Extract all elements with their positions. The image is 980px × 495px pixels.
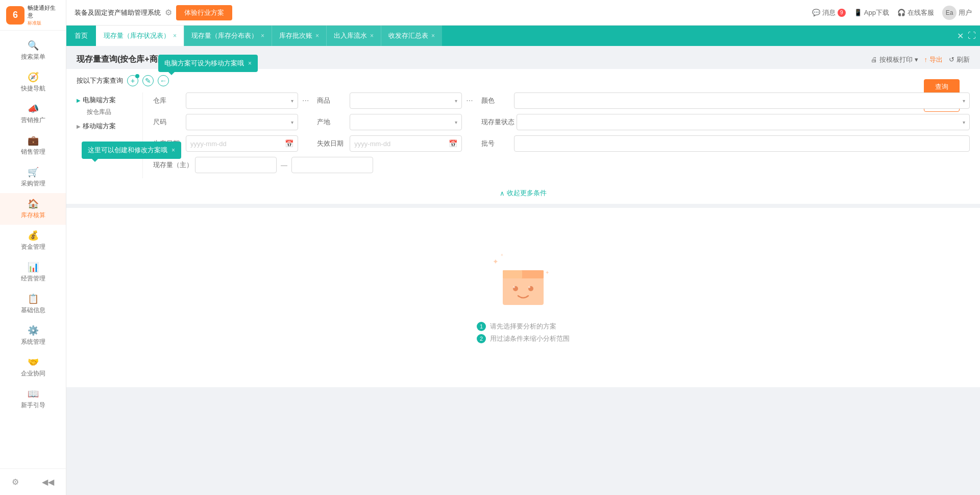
logo-icon: 6: [6, 6, 24, 25]
product-dots[interactable]: ···: [466, 96, 473, 105]
origin-select[interactable]: ▾: [350, 114, 462, 130]
system-settings-icon[interactable]: ⚙: [165, 8, 172, 17]
template-print-btn[interactable]: 🖨 按模板打印 ▾: [871, 55, 918, 64]
collapse-icon: ∧: [500, 190, 505, 197]
app-download-btn[interactable]: 📱 App下载: [854, 8, 889, 17]
tab-receive-summary[interactable]: 收发存汇总表 ×: [381, 26, 442, 46]
expire-date-input[interactable]: yyyy-mm-dd 📅: [350, 135, 462, 152]
sidebar-item-quick-nav[interactable]: 🧭 快捷导航: [0, 66, 66, 98]
megaphone-icon: 📣: [28, 103, 39, 114]
close-tab-inventory-dist[interactable]: ×: [261, 32, 264, 39]
plan-list: ▶ 电脑端方案 按仓库品 ▶ 移动端方案: [77, 92, 143, 178]
close-tab-inventory-status[interactable]: ×: [173, 32, 177, 39]
system-name: 装备及固定资产辅助管理系统: [75, 8, 161, 17]
search-icon: 🔍: [28, 40, 39, 51]
close-tooltip2-btn[interactable]: ×: [172, 147, 175, 154]
svg-text:✦: ✦: [545, 270, 549, 275]
chevron-down-icon: ▾: [963, 98, 965, 104]
print-icon: 🖨: [871, 56, 877, 63]
chevron-down-icon: ▾: [455, 98, 457, 104]
stock-status-select[interactable]: ▾: [517, 114, 970, 130]
stock-to-input[interactable]: [291, 157, 373, 173]
basic-icon: 📋: [28, 293, 39, 304]
empty-tip-1: 1 请先选择要分析的方案: [477, 322, 570, 331]
tooltip-pc-plan: 电脑方案可设为移动方案哦 ×: [158, 55, 258, 72]
edit-plan-btn[interactable]: ✎: [142, 75, 154, 86]
svg-text:✦: ✦: [500, 253, 504, 257]
collapse-bar[interactable]: ∧ 收起更多条件: [66, 184, 980, 202]
sidebar-item-inventory[interactable]: 🏠 库存核算: [0, 193, 66, 225]
sidebar-item-finance[interactable]: 💰 资金管理: [0, 225, 66, 256]
refresh-icon: ↺: [949, 56, 954, 63]
close-tab-receive-summary[interactable]: ×: [431, 32, 435, 39]
sidebar-item-enterprise[interactable]: 🤝 企业协同: [0, 351, 66, 383]
tab-inventory-dist[interactable]: 现存量（库存分布表） ×: [184, 26, 272, 46]
filter-row-3: 生产日期 yyyy-mm-dd 📅 ··· 失效日期 yyyy-mm-dd 📅 …: [153, 135, 970, 152]
warehouse-select[interactable]: ▾: [186, 92, 298, 109]
sidebar-item-search[interactable]: 🔍 搜索菜单: [0, 35, 66, 66]
purchase-icon: 🛒: [28, 167, 39, 178]
filter-area: 按以下方案查询 + ✎ ← 电脑方案可设为移动方案哦 ×: [66, 69, 980, 178]
stock-from-input[interactable]: [195, 157, 277, 173]
filter-header: 按以下方案查询 + ✎ ← 电脑方案可设为移动方案哦 ×: [77, 75, 970, 86]
filter-fields: 仓库 ▾ ··· 商品 ▾ ··· 颜色: [143, 92, 970, 178]
filter-label: 按以下方案查询: [77, 76, 123, 85]
sidebar-item-guide[interactable]: 📖 新手引导: [0, 383, 66, 415]
close-tab-batch-account[interactable]: ×: [315, 32, 319, 39]
svg-point-6: [513, 286, 515, 288]
online-service-btn[interactable]: 🎧 在线客服: [897, 8, 934, 17]
collapse-sidebar-btn[interactable]: ◀◀: [38, 475, 58, 489]
back-btn[interactable]: ←: [158, 75, 169, 86]
range-separator: —: [281, 161, 287, 169]
export-btn[interactable]: ↑ 导出: [924, 55, 943, 64]
topbar-right: 💬 消息 9 📱 App下载 🎧 在线客服 Ea 用户: [812, 6, 972, 20]
compass-icon: 🧭: [28, 72, 39, 83]
close-tooltip1-btn[interactable]: ×: [248, 60, 252, 67]
settings-footer-btn[interactable]: ⚙: [8, 475, 23, 489]
svg-rect-2: [503, 270, 522, 278]
user-btn[interactable]: Ea 用户: [942, 6, 972, 20]
expand-arrow-icon: ▶: [77, 98, 81, 103]
headset-icon: 🎧: [897, 9, 905, 16]
collapse-arrow-icon: ▶: [77, 124, 81, 129]
sidebar-item-sales[interactable]: 💼 销售管理: [0, 130, 66, 161]
dot-indicator: [135, 74, 139, 78]
tab-inventory-status[interactable]: 现存量（库存状况表） ×: [96, 26, 184, 46]
page-actions: 🖨 按模板打印 ▾ ↑ 导出 ↺ 刷新: [871, 55, 970, 64]
tab-inout-flow[interactable]: 出入库流水 ×: [326, 26, 381, 46]
refresh-btn[interactable]: ↺ 刷新: [949, 55, 970, 64]
close-tab-inout-flow[interactable]: ×: [370, 32, 374, 39]
batch-number-input[interactable]: [514, 135, 970, 152]
logo-text: 畅捷通好生意 标准版: [28, 4, 60, 26]
tab-home[interactable]: 首页: [66, 26, 96, 46]
svg-point-7: [528, 286, 530, 288]
sidebar-item-basic-info[interactable]: 📋 基础信息: [0, 288, 66, 320]
sidebar-item-system[interactable]: ⚙️ 系统管理: [0, 320, 66, 351]
sidebar-item-purchase[interactable]: 🛒 采购管理: [0, 161, 66, 193]
page-title: 现存量查询(按仓库+商品): [77, 54, 168, 65]
filter-row-2: 尺码 ▾ ··· 产地 ▾ ··· 现存量状态: [153, 114, 970, 130]
sidebar-item-marketing[interactable]: 📣 营销推广: [0, 98, 66, 130]
message-icon: 💬: [812, 9, 820, 16]
expand-tabs-btn[interactable]: ⛶: [968, 31, 976, 40]
color-select[interactable]: ▾: [514, 92, 970, 109]
desktop-plan-sub-item[interactable]: 按仓库品: [77, 108, 142, 119]
size-select[interactable]: ▾: [186, 114, 298, 130]
warehouse-dots[interactable]: ···: [302, 96, 309, 105]
message-btn[interactable]: 💬 消息 9: [812, 8, 846, 17]
warehouse-icon: 🏠: [28, 198, 39, 209]
close-all-tabs-btn[interactable]: ✕: [957, 31, 964, 41]
mobile-plan-item[interactable]: ▶ 移动端方案: [77, 119, 142, 134]
empty-tip-2: 2 用过滤条件来缩小分析范围: [477, 334, 570, 343]
production-date-input[interactable]: yyyy-mm-dd 📅: [186, 135, 298, 152]
tab-batch-account[interactable]: 库存批次账 ×: [272, 26, 326, 46]
chevron-down-icon: ▾: [291, 120, 293, 125]
product-select[interactable]: ▾: [350, 92, 462, 109]
calendar-icon: 📅: [285, 139, 293, 148]
industry-plan-button[interactable]: 体验行业方案: [176, 5, 232, 20]
svg-rect-3: [524, 270, 544, 278]
sidebar-item-operations[interactable]: 📊 经营管理: [0, 256, 66, 288]
chevron-down-icon: ▾: [455, 120, 457, 125]
desktop-plan-item[interactable]: ▶ 电脑端方案: [77, 92, 142, 108]
add-plan-btn[interactable]: +: [127, 75, 138, 86]
